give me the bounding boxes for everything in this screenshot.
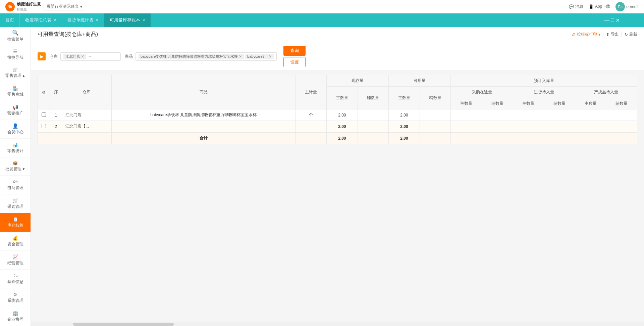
remove-tag-icon[interactable]: ✕ [269, 54, 272, 59]
row-stock-aux [358, 121, 389, 133]
scroll-thumb[interactable] [73, 323, 174, 326]
warehouse-tag[interactable]: 江北门店 ✕ [63, 54, 86, 59]
more-icon[interactable]: ··· [88, 54, 91, 59]
total-no-cell [50, 132, 62, 144]
row-production-aux [606, 121, 637, 133]
sidebar-item-retail-stats[interactable]: 📊 零售统计 [0, 139, 31, 157]
wholesale-icon: 📦 [13, 161, 18, 166]
no-column-header: 序 [50, 75, 62, 109]
chevron-icon: ▼ [22, 167, 25, 171]
brand-sub: 标准版 [17, 7, 41, 12]
table-wrap: ⚙ 序 仓库 商品 主计量 现存量 可用量 预计入库量 主数量 辅数量 主数量 [31, 71, 644, 322]
remove-tag-icon[interactable]: ✕ [81, 54, 84, 59]
export-button[interactable]: ⬆ 导出 [606, 32, 619, 37]
available-main-header: 主数量 [389, 87, 420, 109]
row-inbound-aux [544, 121, 575, 133]
sidebar-item-basic[interactable]: 🗂 基础信息 [0, 270, 31, 288]
refresh-button[interactable]: ↻ 刷新 [625, 32, 637, 37]
total-stock-main: 2.00 [327, 132, 358, 144]
scroll-bar[interactable] [31, 322, 644, 326]
row-checkbox[interactable] [38, 121, 50, 133]
row-production-main [575, 109, 606, 121]
tab-close-icon[interactable]: ✕ [53, 18, 56, 22]
export-icon: ⬆ [606, 32, 609, 37]
stock-aux-header: 辅数量 [358, 87, 389, 109]
product-tag-1[interactable]: babycare学饮杯 儿童防摔防撞吸管杯重力球吸嘴杯宝宝水杯 ✕ [139, 54, 244, 59]
row-available-aux [420, 121, 451, 133]
filter-bar: ▶ 仓库 江北门店 ✕ ··· 商品 babycare学饮杯 儿童防摔防撞吸管杯… [31, 42, 644, 71]
settings-column-header[interactable]: ⚙ [38, 75, 50, 109]
total-purchase-aux [482, 132, 513, 144]
sidebar-item-inventory[interactable]: 📋 库存核算 [0, 213, 31, 232]
ops-icon: 📈 [12, 254, 18, 260]
product-tag-2[interactable]: babycare?... ✕ [245, 54, 274, 59]
sidebar-item-retail-mgmt[interactable]: 🛒 零售管理 ▲ [0, 64, 31, 82]
chevron-icon: ▲ [22, 74, 25, 78]
row-unit: 个 [296, 109, 327, 121]
row-checkbox[interactable] [38, 109, 50, 121]
tab-home[interactable]: 首页 [0, 13, 20, 27]
brand-name: 畅捷通好生意 [17, 1, 41, 7]
account-dropdown[interactable]: 母婴行业演示账套 ▾ [44, 3, 85, 10]
mall-icon: 🏪 [12, 86, 18, 91]
sidebar-item-marketing[interactable]: 📢 营销推广 [0, 101, 31, 120]
message-button[interactable]: 💬 消息 [569, 4, 583, 9]
filter-actions: 查询 设置 [283, 46, 306, 67]
row-production-main [575, 121, 606, 133]
sidebar-item-purchase[interactable]: 🛒 采购管理 [0, 194, 31, 213]
nav-tabs: 首页 收发存汇总表 ✕ 要货单统计表 ✕ 可用量库存账本 ✕ — □ ✕ [0, 13, 644, 27]
tab-close-icon[interactable]: ✕ [142, 18, 145, 22]
filter-toggle-button[interactable]: ▶ [38, 52, 46, 60]
remove-tag-icon[interactable]: ✕ [239, 54, 242, 59]
content-area: 可用量查询(按仓库+商品) 🖨 按模板打印 ▾ ⬆ 导出 ↻ 刷新 [31, 27, 644, 326]
product-input[interactable]: babycare学饮杯 儿童防摔防撞吸管杯重力球吸嘴杯宝宝水杯 ✕ babyca… [136, 52, 277, 61]
sidebar-item-finance[interactable]: 💰 资金管理 [0, 232, 31, 251]
top-bar: 畅 畅捷通好生意 标准版 母婴行业演示账套 ▾ 💬 消息 📱 App下载 Ea … [0, 0, 644, 13]
tab-receive-summary[interactable]: 收发存汇总表 ✕ [20, 13, 62, 27]
total-inbound-aux [544, 132, 575, 144]
sidebar-item-member[interactable]: 👤 会员中心 [0, 120, 31, 139]
available-group-header: 可用量 [389, 75, 451, 87]
warehouse-input[interactable]: 江北门店 ✕ ··· [60, 52, 121, 61]
row-inbound-aux [544, 109, 575, 121]
sidebar-item-wholesale-mgmt[interactable]: 📦 批发管理 ▼ [0, 157, 31, 176]
row-available-main: 2.00 [389, 109, 420, 121]
maximize-icon[interactable]: □ [611, 17, 614, 23]
sidebar-item-retail-mall[interactable]: 🏪 零售商城 [0, 82, 31, 101]
print-icon: 🖨 [572, 32, 576, 37]
row-available-main: 2.00 [389, 121, 420, 133]
sidebar-item-system[interactable]: ⚙ 系统管理 [0, 288, 31, 307]
tab-close-icon[interactable]: ✕ [96, 18, 99, 22]
finance-icon: 💰 [12, 235, 18, 241]
stats-icon: 📊 [12, 142, 18, 147]
top-bar-right: 💬 消息 📱 App下载 Ea demo2 [569, 2, 639, 11]
app-download-button[interactable]: 📱 App下载 [589, 4, 610, 9]
user-menu[interactable]: Ea demo2 [615, 2, 639, 11]
total-available-main: 2.00 [389, 132, 420, 144]
inbound-aux-header: 辅数量 [544, 98, 575, 109]
total-unit-cell [296, 132, 327, 144]
template-print-button[interactable]: 🖨 按模板打印 ▾ [572, 32, 600, 37]
sidebar-item-enterprise[interactable]: 🏢 企业协同 [0, 307, 31, 326]
table-row: 1 江北门店 babycare学饮杯 儿童防摔防撞吸管杯重力球吸嘴杯宝宝水杯 个… [38, 109, 637, 121]
sidebar-quick-nav[interactable]: ☰ 快捷导航 [0, 45, 31, 64]
retail-icon: 🛒 [13, 67, 18, 72]
product-column-header: 商品 [111, 75, 296, 109]
table-row: 2 江北门店【... 2.00 2.00 [38, 121, 637, 133]
sidebar: 🔍 搜索菜单 ☰ 快捷导航 🛒 零售管理 ▲ 🏪 零售商城 📢 营销推广 👤 会… [0, 27, 31, 326]
top-bar-left: 畅 畅捷通好生意 标准版 母婴行业演示账套 ▾ [5, 1, 85, 12]
sidebar-item-ops[interactable]: 📈 经营管理 [0, 251, 31, 270]
inbound-group-header: 进货待入量 [513, 87, 575, 98]
incoming-group-header: 预计入库量 [451, 75, 637, 87]
row-warehouse: 江北门店 [62, 109, 112, 121]
sidebar-search[interactable]: 🔍 搜索菜单 [0, 27, 31, 45]
minimize-icon[interactable]: — [604, 17, 609, 23]
close-icon[interactable]: ✕ [615, 17, 620, 24]
settings-button[interactable]: 设置 [283, 57, 306, 67]
chevron-down-icon: ▾ [80, 4, 82, 9]
tab-available-stock[interactable]: 可用量库存账本 ✕ [104, 13, 151, 27]
tab-order-stats[interactable]: 要货单统计表 ✕ [62, 13, 104, 27]
warehouse-label: 仓库 [50, 54, 58, 59]
query-button[interactable]: 查询 [283, 46, 306, 56]
sidebar-item-ecommerce[interactable]: 🛍 电商管理 [0, 176, 31, 194]
